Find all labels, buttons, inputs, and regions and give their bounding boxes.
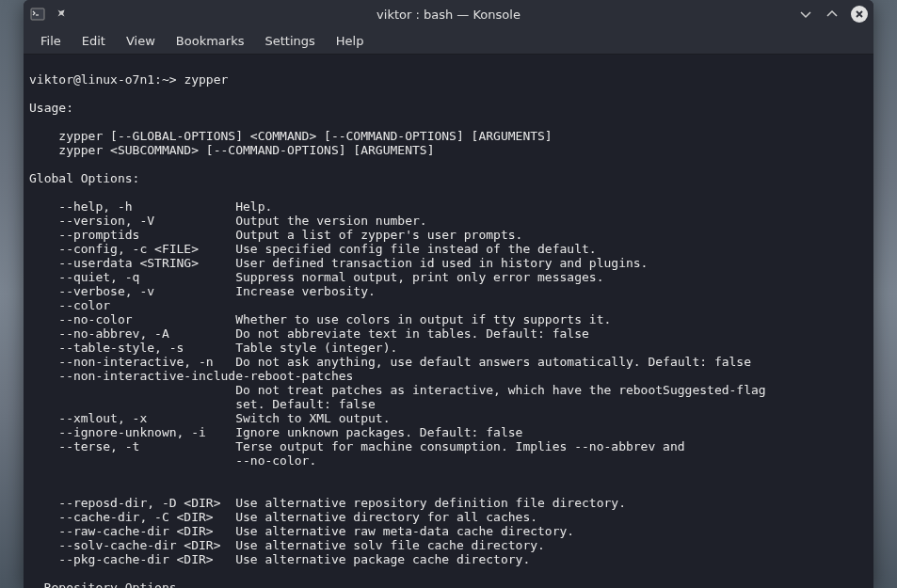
maximize-button[interactable] xyxy=(825,7,840,22)
titlebar[interactable]: viktor : bash — Konsole xyxy=(24,0,873,28)
output-line: --table-style, -s Table style (integer). xyxy=(29,341,397,355)
minimize-button[interactable] xyxy=(798,7,813,22)
output-line: --promptids Output a list of zypper's us… xyxy=(29,228,522,242)
menu-bookmarks[interactable]: Bookmarks xyxy=(167,30,254,52)
output-line: --help, -h Help. xyxy=(29,199,272,214)
output-line: --terse, -t Terse output for machine con… xyxy=(29,439,685,453)
output-line: Global Options: xyxy=(29,171,139,185)
output-line: --solv-cache-dir <DIR> Use alternative s… xyxy=(29,538,545,552)
menu-file[interactable]: File xyxy=(31,30,71,52)
output-line: zypper [--GLOBAL-OPTIONS] <COMMAND> [--C… xyxy=(29,129,553,143)
output-line: --no-color. xyxy=(29,453,316,468)
output-line: --color xyxy=(29,298,110,312)
output-line: --pkg-cache-dir <DIR> Use alternative pa… xyxy=(29,552,530,566)
output-line: --ignore-unknown, -i Ignore unknown pack… xyxy=(29,425,522,439)
output-line: --non-interactive, -n Do not ask anythin… xyxy=(29,355,751,369)
output-line: zypper <SUBCOMMAND> [--COMMAND-OPTIONS] … xyxy=(29,143,434,157)
close-button[interactable] xyxy=(851,6,868,23)
menu-help[interactable]: Help xyxy=(327,30,374,52)
konsole-window: viktor : bash — Konsole File Edit View B… xyxy=(24,0,873,588)
output-line: --no-abbrev, -A Do not abbreviate text i… xyxy=(29,326,589,341)
titlebar-controls xyxy=(798,6,868,23)
output-line: --version, -V Output the version number. xyxy=(29,214,427,228)
output-line: --cache-dir, -C <DIR> Use alternative di… xyxy=(29,510,537,524)
output-line: --userdata <STRING> User defined transac… xyxy=(29,256,648,270)
menu-view[interactable]: View xyxy=(117,30,165,52)
menu-edit[interactable]: Edit xyxy=(72,30,115,52)
output-line: --raw-cache-dir <DIR> Use alternative ra… xyxy=(29,524,574,538)
output-line: set. Default: false xyxy=(29,397,376,411)
output-line: Usage: xyxy=(29,101,73,115)
output-line: --non-interactive-include-reboot-patches xyxy=(29,369,353,383)
menu-settings[interactable]: Settings xyxy=(255,30,324,52)
terminal-app-icon xyxy=(29,6,46,23)
output-line: --xmlout, -x Switch to XML output. xyxy=(29,411,391,425)
output-line: Do not treat patches as interactive, whi… xyxy=(29,383,766,397)
titlebar-left xyxy=(29,6,67,23)
output-line: --config, -c <FILE> Use specified config… xyxy=(29,242,597,256)
output-line: Repository Options xyxy=(29,580,177,588)
output-line: --no-color Whether to use colors in outp… xyxy=(29,312,611,326)
menubar: File Edit View Bookmarks Settings Help xyxy=(24,28,873,55)
output-line: --verbose, -v Increase verbosity. xyxy=(29,284,376,298)
terminal-area[interactable]: viktor@linux-o7n1:~> zypper Usage: zyppe… xyxy=(24,55,873,588)
output-line: --quiet, -q Suppress normal output, prin… xyxy=(29,270,603,284)
prompt-line: viktor@linux-o7n1:~> zypper xyxy=(29,72,228,87)
typed-command: zypper xyxy=(184,72,228,87)
shell-prompt: viktor@linux-o7n1:~> xyxy=(29,72,184,87)
output-line: --reposd-dir, -D <DIR> Use alternative r… xyxy=(29,496,626,510)
pin-icon[interactable] xyxy=(56,8,67,22)
window-title: viktor : bash — Konsole xyxy=(24,8,873,22)
svg-rect-0 xyxy=(31,8,44,20)
